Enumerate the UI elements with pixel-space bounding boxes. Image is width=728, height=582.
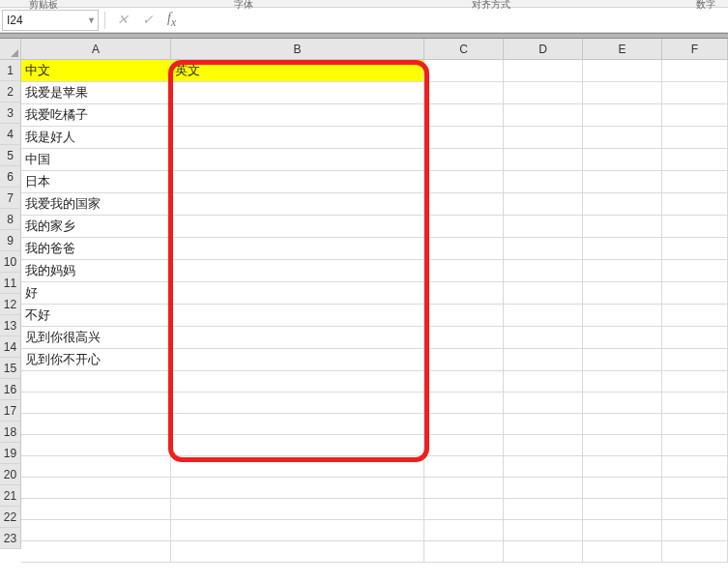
cell-E9[interactable] [583,238,662,260]
cell-D13[interactable] [504,327,583,349]
cell-C9[interactable] [424,238,504,260]
cell-B11[interactable] [171,282,424,305]
cell-E16[interactable] [583,393,662,414]
cell-A5[interactable]: 中国 [21,149,171,171]
cell-D1[interactable] [504,60,583,82]
cell-C10[interactable] [424,260,504,282]
cell-A4[interactable]: 我是好人 [21,127,171,149]
cell-D14[interactable] [504,349,583,371]
column-header-F[interactable]: F [662,39,728,60]
name-box-dropdown-icon[interactable]: ▼ [87,15,96,25]
row-header-4[interactable]: 4 [0,124,21,145]
cell-B4[interactable] [171,127,424,149]
cell-F23[interactable] [662,541,728,563]
cell-C15[interactable] [424,371,504,393]
cell-F22[interactable] [662,520,728,541]
cell-F9[interactable] [662,238,728,260]
cell-C19[interactable] [424,456,504,478]
row-header-19[interactable]: 19 [0,443,21,464]
cell-B16[interactable] [171,393,424,414]
cell-F3[interactable] [662,104,728,127]
cell-F8[interactable] [662,216,728,238]
cell-F4[interactable] [662,127,728,149]
row-header-7[interactable]: 7 [0,188,21,209]
cell-C5[interactable] [424,149,504,171]
row-header-18[interactable]: 18 [0,422,21,443]
cell-C20[interactable] [424,478,504,499]
cell-A21[interactable] [21,499,171,520]
cell-C14[interactable] [424,349,504,371]
cell-F13[interactable] [662,327,728,349]
cell-E6[interactable] [583,171,662,193]
cell-B6[interactable] [171,171,424,193]
cell-D16[interactable] [504,393,583,414]
cell-F16[interactable] [662,393,728,414]
cell-F10[interactable] [662,260,728,282]
row-header-5[interactable]: 5 [0,145,21,166]
cell-F12[interactable] [662,305,728,327]
row-header-14[interactable]: 14 [0,336,21,358]
row-header-11[interactable]: 11 [0,273,21,294]
column-header-A[interactable]: A [21,39,171,60]
cell-B7[interactable] [171,193,424,216]
cell-A19[interactable] [21,456,171,478]
cell-B5[interactable] [171,149,424,171]
cell-A10[interactable]: 我的妈妈 [21,260,171,282]
cell-B13[interactable] [171,327,424,349]
cell-D22[interactable] [504,520,583,541]
row-header-16[interactable]: 16 [0,379,21,400]
cell-D3[interactable] [504,104,583,127]
cell-F17[interactable] [662,414,728,435]
row-header-23[interactable]: 23 [0,528,21,549]
cell-C11[interactable] [424,282,504,305]
cell-E2[interactable] [583,82,662,104]
cell-D5[interactable] [504,149,583,171]
cell-B1[interactable]: 英文 [171,60,424,82]
row-header-2[interactable]: 2 [0,81,21,102]
cell-A3[interactable]: 我爱吃橘子 [21,104,171,127]
cell-C22[interactable] [424,520,504,541]
cell-E11[interactable] [583,282,662,305]
cell-C23[interactable] [424,541,504,563]
insert-function-icon[interactable]: fx [167,11,176,29]
cell-D7[interactable] [504,193,583,216]
cell-A6[interactable]: 日本 [21,171,171,193]
cell-F20[interactable] [662,478,728,499]
cell-D17[interactable] [504,414,583,435]
cell-A1[interactable]: 中文 [21,60,171,82]
row-header-12[interactable]: 12 [0,294,21,315]
cell-E1[interactable] [583,60,662,82]
cell-E14[interactable] [583,349,662,371]
cell-D4[interactable] [504,127,583,149]
cell-B2[interactable] [171,82,424,104]
cell-B22[interactable] [171,520,424,541]
cell-D8[interactable] [504,216,583,238]
cell-C7[interactable] [424,193,504,216]
cell-E15[interactable] [583,371,662,393]
cell-C16[interactable] [424,393,504,414]
cell-F19[interactable] [662,456,728,478]
cell-D23[interactable] [504,541,583,563]
cell-D6[interactable] [504,171,583,193]
cell-A14[interactable]: 见到你不开心 [21,349,171,371]
column-header-D[interactable]: D [504,39,583,60]
cell-E7[interactable] [583,193,662,216]
cell-C18[interactable] [424,435,504,456]
row-header-17[interactable]: 17 [0,400,21,422]
cell-C3[interactable] [424,104,504,127]
cell-F5[interactable] [662,149,728,171]
cancel-icon[interactable]: ✕ [117,12,129,27]
cell-D9[interactable] [504,238,583,260]
cell-A11[interactable]: 好 [21,282,171,305]
cell-C13[interactable] [424,327,504,349]
cell-D11[interactable] [504,282,583,305]
cell-A17[interactable] [21,414,171,435]
cell-E22[interactable] [583,520,662,541]
cell-A18[interactable] [21,435,171,456]
cell-E20[interactable] [583,478,662,499]
cell-A2[interactable]: 我爱是苹果 [21,82,171,104]
cell-C1[interactable] [424,60,504,82]
cell-A13[interactable]: 见到你很高兴 [21,327,171,349]
cell-F1[interactable] [662,60,728,82]
cell-E23[interactable] [583,541,662,563]
